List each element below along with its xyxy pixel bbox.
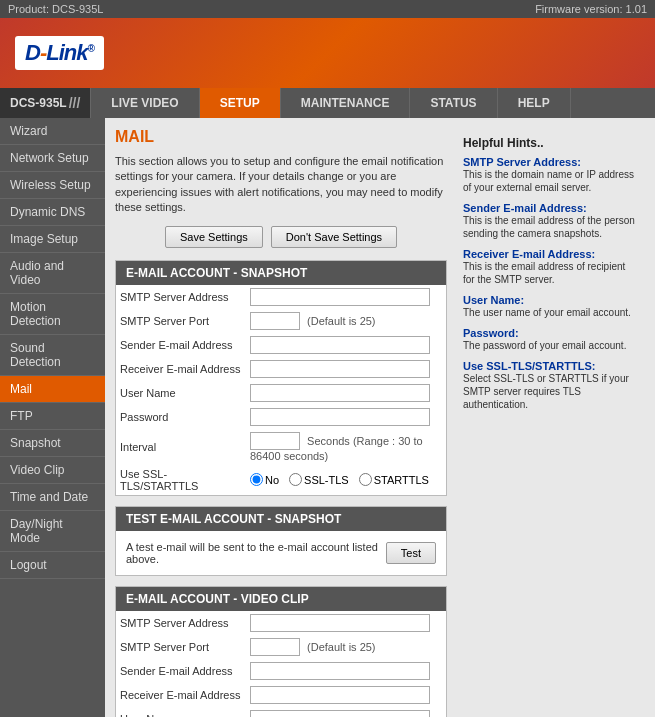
smtp-port-label: SMTP Server Port: [116, 309, 246, 333]
password-row: Password: [116, 405, 446, 429]
ssl-no-radio[interactable]: [250, 473, 263, 486]
vc-sender-email-input[interactable]: [250, 662, 430, 680]
ssl-radio-group: No SSL-TLS STARTTLS: [250, 473, 442, 486]
action-buttons: Save Settings Don't Save Settings: [115, 226, 447, 248]
smtp-port-row: SMTP Server Port 25 (Default is 25): [116, 309, 446, 333]
smtp-address-label: SMTP Server Address: [116, 285, 246, 309]
top-bar: Product: DCS-935L Firmware version: 1.01: [0, 0, 655, 18]
sender-email-row: Sender E-mail Address: [116, 333, 446, 357]
test-button[interactable]: Test: [386, 542, 436, 564]
vc-smtp-port-note: (Default is 25): [307, 641, 375, 653]
hint-password: Password: The password of your email acc…: [463, 327, 637, 352]
hint-sender-email-label: Sender E-mail Address:: [463, 202, 637, 214]
vc-receiver-email-label: Receiver E-mail Address: [116, 683, 246, 707]
videoclip-section-header: E-MAIL ACCOUNT - VIDEO CLIP: [116, 587, 446, 611]
snapshot-interval-input[interactable]: 600: [250, 432, 300, 450]
header: D-Link®: [0, 18, 655, 88]
vc-smtp-address-input[interactable]: [250, 614, 430, 632]
sidebar-item-day-night[interactable]: Day/Night Mode: [0, 511, 105, 552]
logo: D-Link®: [15, 36, 104, 70]
snapshot-smtp-address-input[interactable]: [250, 288, 430, 306]
sidebar-item-audio-video[interactable]: Audio and Video: [0, 253, 105, 294]
sidebar: Wizard Network Setup Wireless Setup Dyna…: [0, 118, 105, 717]
receiver-email-row: Receiver E-mail Address: [116, 357, 446, 381]
sender-email-label: Sender E-mail Address: [116, 333, 246, 357]
username-row: User Name: [116, 381, 446, 405]
snapshot-receiver-email-input[interactable]: [250, 360, 430, 378]
tab-status[interactable]: STATUS: [410, 88, 497, 118]
ssl-tls-radio[interactable]: [289, 473, 302, 486]
snapshot-username-input[interactable]: [250, 384, 430, 402]
vc-smtp-address-label: SMTP Server Address: [116, 611, 246, 635]
vc-username-input[interactable]: [250, 710, 430, 717]
vc-username-label: User Name: [116, 707, 246, 717]
snapshot-form-table: SMTP Server Address SMTP Server Port 25 …: [116, 285, 446, 495]
hint-receiver-email: Receiver E-mail Address: This is the ema…: [463, 248, 637, 286]
device-label: DCS-935L///: [0, 88, 91, 118]
content-main: MAIL This section allows you to setup an…: [115, 128, 447, 717]
sidebar-item-dynamic-dns[interactable]: Dynamic DNS: [0, 199, 105, 226]
content: MAIL This section allows you to setup an…: [105, 118, 655, 717]
hint-password-label: Password:: [463, 327, 637, 339]
smtp-port-note: (Default is 25): [307, 315, 375, 327]
nav-tabs: DCS-935L/// LIVE VIDEO SETUP MAINTENANCE…: [0, 88, 655, 118]
hint-smtp-server-text: This is the domain name or IP address of…: [463, 168, 637, 194]
tab-live-video[interactable]: LIVE VIDEO: [91, 88, 199, 118]
save-settings-button[interactable]: Save Settings: [165, 226, 263, 248]
vc-smtp-port-row: SMTP Server Port 25 (Default is 25): [116, 635, 446, 659]
receiver-email-label: Receiver E-mail Address: [116, 357, 246, 381]
ssl-starttls-radio[interactable]: [359, 473, 372, 486]
username-label: User Name: [116, 381, 246, 405]
dont-save-settings-button[interactable]: Don't Save Settings: [271, 226, 397, 248]
product-label: Product: DCS-935L: [8, 3, 103, 15]
tab-help[interactable]: HELP: [498, 88, 571, 118]
vc-sender-email-row: Sender E-mail Address: [116, 659, 446, 683]
hint-ssl: Use SSL-TLS/STARTTLS: Select SSL-TLS or …: [463, 360, 637, 411]
tab-setup[interactable]: SETUP: [200, 88, 281, 118]
sidebar-item-mail[interactable]: Mail: [0, 376, 105, 403]
ssl-no-label[interactable]: No: [250, 473, 279, 486]
sidebar-item-network-setup[interactable]: Network Setup: [0, 145, 105, 172]
hint-username: User Name: The user name of your email a…: [463, 294, 637, 319]
vc-username-row: User Name: [116, 707, 446, 717]
videoclip-email-section: E-MAIL ACCOUNT - VIDEO CLIP SMTP Server …: [115, 586, 447, 717]
content-inner: MAIL This section allows you to setup an…: [115, 128, 645, 717]
sidebar-item-wireless-setup[interactable]: Wireless Setup: [0, 172, 105, 199]
interval-row: Interval 600 Seconds (Range : 30 to 8640…: [116, 429, 446, 465]
test-section-body: A test e-mail will be sent to the e-mail…: [116, 531, 446, 575]
snapshot-password-input[interactable]: [250, 408, 430, 426]
firmware-label: Firmware version: 1.01: [535, 3, 647, 15]
vc-receiver-email-input[interactable]: [250, 686, 430, 704]
hint-password-text: The password of your email account.: [463, 339, 637, 352]
sidebar-item-sound-detection[interactable]: Sound Detection: [0, 335, 105, 376]
hint-smtp-server: SMTP Server Address: This is the domain …: [463, 156, 637, 194]
vc-receiver-email-row: Receiver E-mail Address: [116, 683, 446, 707]
page-description: This section allows you to setup and con…: [115, 154, 447, 216]
sidebar-item-motion-detection[interactable]: Motion Detection: [0, 294, 105, 335]
sidebar-item-time-date[interactable]: Time and Date: [0, 484, 105, 511]
snapshot-smtp-port-input[interactable]: 25: [250, 312, 300, 330]
hint-receiver-email-text: This is the email address of recipient f…: [463, 260, 637, 286]
main-layout: Wizard Network Setup Wireless Setup Dyna…: [0, 118, 655, 717]
sidebar-item-wizard[interactable]: Wizard: [0, 118, 105, 145]
vc-smtp-port-input[interactable]: 25: [250, 638, 300, 656]
hint-sender-email-text: This is the email address of the person …: [463, 214, 637, 240]
hints-title: Helpful Hints..: [463, 136, 637, 150]
test-email-section: TEST E-MAIL ACCOUNT - SNAPSHOT A test e-…: [115, 506, 447, 576]
sidebar-item-snapshot[interactable]: Snapshot: [0, 430, 105, 457]
vc-smtp-address-row: SMTP Server Address: [116, 611, 446, 635]
hints-panel: Helpful Hints.. SMTP Server Address: Thi…: [455, 128, 645, 717]
tab-maintenance[interactable]: MAINTENANCE: [281, 88, 411, 118]
sidebar-item-logout[interactable]: Logout: [0, 552, 105, 579]
sidebar-item-ftp[interactable]: FTP: [0, 403, 105, 430]
snapshot-sender-email-input[interactable]: [250, 336, 430, 354]
hint-ssl-text: Select SSL-TLS or STARTTLS if your SMTP …: [463, 372, 637, 411]
sidebar-item-video-clip[interactable]: Video Clip: [0, 457, 105, 484]
ssl-tls-label[interactable]: SSL-TLS: [289, 473, 349, 486]
ssl-starttls-label[interactable]: STARTTLS: [359, 473, 429, 486]
hint-receiver-email-label: Receiver E-mail Address:: [463, 248, 637, 260]
sidebar-item-image-setup[interactable]: Image Setup: [0, 226, 105, 253]
vc-sender-email-label: Sender E-mail Address: [116, 659, 246, 683]
hint-username-text: The user name of your email account.: [463, 306, 637, 319]
ssl-label: Use SSL-TLS/STARTTLS: [116, 465, 246, 495]
